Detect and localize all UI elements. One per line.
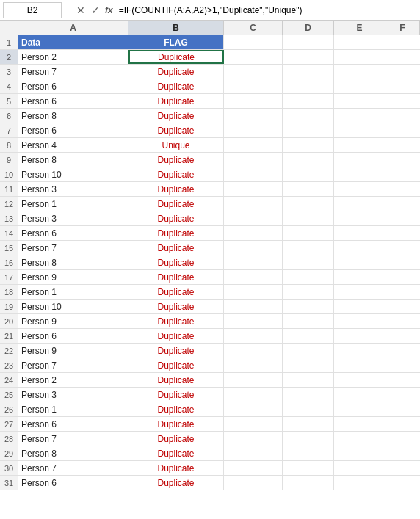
cell-a6[interactable]: Person 8: [18, 109, 128, 123]
cell-c1[interactable]: [224, 35, 283, 49]
cell-e28[interactable]: [334, 432, 385, 446]
cell-d7[interactable]: [283, 123, 334, 137]
cell-b18[interactable]: Duplicate: [128, 285, 224, 299]
cell-e5[interactable]: [334, 94, 385, 108]
cell-f21[interactable]: [385, 329, 420, 343]
cell-a10[interactable]: Person 10: [18, 167, 128, 181]
cell-f31[interactable]: [385, 476, 420, 490]
cell-f5[interactable]: [385, 94, 420, 108]
cell-e18[interactable]: [334, 285, 385, 299]
cell-d21[interactable]: [283, 329, 334, 343]
col-header-d[interactable]: D: [283, 21, 334, 35]
cell-c11[interactable]: [224, 182, 283, 196]
cell-a29[interactable]: Person 8: [18, 446, 128, 460]
cell-d17[interactable]: [283, 270, 334, 284]
cell-a3[interactable]: Person 7: [18, 65, 128, 79]
cell-d22[interactable]: [283, 344, 334, 358]
cell-b12[interactable]: Duplicate: [128, 197, 224, 211]
cell-c16[interactable]: [224, 255, 283, 269]
cell-d26[interactable]: [283, 402, 334, 416]
cell-c5[interactable]: [224, 94, 283, 108]
cell-e19[interactable]: [334, 300, 385, 313]
cell-b4[interactable]: Duplicate: [128, 79, 224, 93]
cell-f20[interactable]: [385, 314, 420, 328]
cell-d23[interactable]: [283, 358, 334, 372]
cell-b3[interactable]: Duplicate: [128, 65, 224, 79]
cell-b17[interactable]: Duplicate: [128, 270, 224, 284]
cell-e25[interactable]: [334, 388, 385, 402]
cell-a19[interactable]: Person 10: [18, 300, 128, 313]
cell-b29[interactable]: Duplicate: [128, 446, 224, 460]
cell-c25[interactable]: [224, 388, 283, 402]
cell-a26[interactable]: Person 1: [18, 402, 128, 416]
cell-c4[interactable]: [224, 79, 283, 93]
cell-d10[interactable]: [283, 167, 334, 181]
cell-e15[interactable]: [334, 241, 385, 255]
cell-f4[interactable]: [385, 79, 420, 93]
col-header-a[interactable]: A: [18, 21, 128, 35]
cell-d13[interactable]: [283, 211, 334, 225]
cell-c20[interactable]: [224, 314, 283, 328]
cell-d6[interactable]: [283, 109, 334, 123]
cell-c23[interactable]: [224, 358, 283, 372]
cell-d11[interactable]: [283, 182, 334, 196]
cell-b2[interactable]: Duplicate: [128, 50, 224, 64]
cell-f26[interactable]: [385, 402, 420, 416]
cell-e4[interactable]: [334, 79, 385, 93]
cell-f15[interactable]: [385, 241, 420, 255]
cell-b24[interactable]: Duplicate: [128, 373, 224, 387]
cell-f13[interactable]: [385, 211, 420, 225]
cell-c30[interactable]: [224, 461, 283, 475]
cell-a11[interactable]: Person 3: [18, 182, 128, 196]
cell-c6[interactable]: [224, 109, 283, 123]
cell-a17[interactable]: Person 9: [18, 270, 128, 284]
cell-f16[interactable]: [385, 255, 420, 269]
cell-e13[interactable]: [334, 211, 385, 225]
cell-f2[interactable]: [385, 50, 420, 64]
cell-a18[interactable]: Person 1: [18, 285, 128, 299]
cell-b28[interactable]: Duplicate: [128, 432, 224, 446]
cell-c29[interactable]: [224, 446, 283, 460]
cell-e23[interactable]: [334, 358, 385, 372]
cell-c21[interactable]: [224, 329, 283, 343]
cell-a23[interactable]: Person 7: [18, 358, 128, 372]
cell-a16[interactable]: Person 8: [18, 255, 128, 269]
cell-c28[interactable]: [224, 432, 283, 446]
cell-d14[interactable]: [283, 226, 334, 240]
cell-f12[interactable]: [385, 197, 420, 211]
cell-b30[interactable]: Duplicate: [128, 461, 224, 475]
cell-c7[interactable]: [224, 123, 283, 137]
cell-c10[interactable]: [224, 167, 283, 181]
cell-a8[interactable]: Person 4: [18, 138, 128, 152]
cell-c26[interactable]: [224, 402, 283, 416]
name-box[interactable]: [3, 2, 62, 18]
cell-f30[interactable]: [385, 461, 420, 475]
cell-a30[interactable]: Person 7: [18, 461, 128, 475]
cell-e6[interactable]: [334, 109, 385, 123]
cell-a15[interactable]: Person 7: [18, 241, 128, 255]
cell-e8[interactable]: [334, 138, 385, 152]
cell-e31[interactable]: [334, 476, 385, 490]
cell-f14[interactable]: [385, 226, 420, 240]
cell-c9[interactable]: [224, 153, 283, 167]
cell-d19[interactable]: [283, 300, 334, 313]
cell-a4[interactable]: Person 6: [18, 79, 128, 93]
cell-a22[interactable]: Person 9: [18, 344, 128, 358]
cell-a20[interactable]: Person 9: [18, 314, 128, 328]
cell-e1[interactable]: [334, 35, 385, 49]
cell-b10[interactable]: Duplicate: [128, 167, 224, 181]
cell-b7[interactable]: Duplicate: [128, 123, 224, 137]
cell-d31[interactable]: [283, 476, 334, 490]
cell-e17[interactable]: [334, 270, 385, 284]
cell-f24[interactable]: [385, 373, 420, 387]
cell-d30[interactable]: [283, 461, 334, 475]
cell-f7[interactable]: [385, 123, 420, 137]
cell-b21[interactable]: Duplicate: [128, 329, 224, 343]
cell-e2[interactable]: [334, 50, 385, 64]
cell-d15[interactable]: [283, 241, 334, 255]
cell-b25[interactable]: Duplicate: [128, 388, 224, 402]
cell-f1[interactable]: [385, 35, 420, 49]
cell-e7[interactable]: [334, 123, 385, 137]
cell-b9[interactable]: Duplicate: [128, 153, 224, 167]
cell-f11[interactable]: [385, 182, 420, 196]
